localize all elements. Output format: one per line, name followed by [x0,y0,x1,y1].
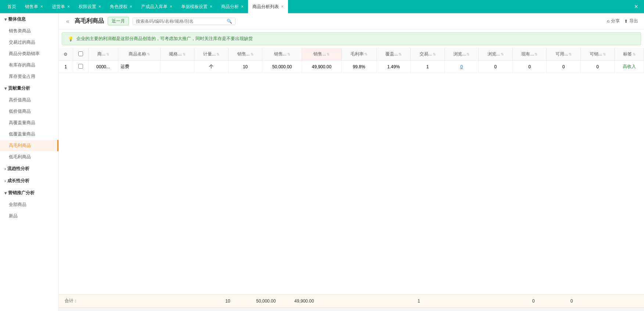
sort-icon: ⇅ [433,52,436,56]
footer-stock-avail: 0 [557,299,586,304]
sort-icon: ⇅ [569,52,572,56]
col-tag[interactable]: 标签 ⇅ [615,48,644,61]
sidebar-item-all-goods[interactable]: 全部商品 [0,199,58,210]
sidebar-item-low-value[interactable]: 低价值商品 [0,106,58,117]
filter-recent-month-button[interactable]: 近一月 [108,17,129,25]
row-select-checkbox[interactable] [78,64,83,69]
close-icon[interactable]: × [67,4,70,9]
sidebar-item-stock-goods[interactable]: 有库存的商品 [0,59,58,71]
sidebar-group-overall[interactable]: ▾ 整体信息 [0,13,58,25]
nav-item-home[interactable]: 首页 [3,0,21,13]
collapse-arrow-icon: ▾ [4,17,7,22]
col-stock-avail[interactable]: 可用... ⇅ [547,48,581,61]
close-icon[interactable]: × [130,4,132,9]
sort-icon: ⇅ [535,52,537,56]
nav-item-sales[interactable]: 销售单 × [21,0,47,13]
collapse-arrow-right-icon: › [4,178,6,184]
col-coverage[interactable]: 覆盖... ⇅ [377,48,411,61]
col-code[interactable]: 商... ⇅ [88,48,118,61]
col-sales-qty[interactable]: 销售... ⇅ [228,48,262,61]
table-row: 1 0000... 运费 个 10 50,000.00 49,900.00 99… [59,61,644,73]
col-spec[interactable]: 规格... ⇅ [160,48,194,61]
sort-icon: ⇅ [106,52,109,56]
cell-coverage: 1.49% [377,61,411,73]
sidebar-item-high-margin[interactable]: 高毛利商品 [0,140,58,151]
col-name[interactable]: 商品名称 ⇅ [118,48,160,61]
nav-item-template[interactable]: 单据模板设置 × [177,0,217,13]
col-trade[interactable]: 交易... ⇅ [411,48,445,61]
footer-row: 合计： 10 50,000.00 49,900.00 1 0 0 [59,294,644,307]
footer-trade: 1 [404,299,433,304]
cell-trade: 1 [411,61,445,73]
cell-margin-rate: 99.8% [341,61,377,73]
cell-stock-sell: 0 [580,61,615,73]
export-button[interactable]: ⬆ 导出 [624,18,638,24]
close-icon[interactable]: × [210,4,212,9]
select-all-checkbox[interactable] [78,51,83,56]
close-icon[interactable]: × [241,4,244,9]
sidebar-item-high-coverage[interactable]: 高覆盖量商品 [0,117,58,129]
sort-icon: ⇅ [501,52,504,56]
col-stock-cur[interactable]: 现有... ⇅ [512,48,547,61]
search-input[interactable] [136,19,227,24]
cell-sales-amount: 50,000.00 [262,61,302,73]
col-settings[interactable]: ⚙ [59,48,73,61]
settings-icon: ⚙ [64,52,68,57]
sidebar-item-low-coverage[interactable]: 低覆盖量商品 [0,129,58,140]
footer-sales-profit: 49,900.00 [289,299,319,304]
collapse-arrow-right-icon: › [4,166,6,171]
nav-item-product-analysis-list[interactable]: 商品分析列表 × [248,0,288,13]
cell-browse1[interactable]: 0 [445,61,479,73]
sort-icon: ⇅ [399,52,402,56]
cell-browse2: 0 [479,61,513,73]
footer-label: 合计： [65,298,78,304]
sort-icon: ⇅ [603,52,606,56]
alert-banner: 💡 企业的主要的利润都是这部分商品创造的，可考虑加大推广，同时关注库存是不要出现… [62,32,641,45]
col-browse2[interactable]: 浏览... ⇅ [479,48,513,61]
content-header: « 高毛利商品 近一月 🔍 ⎋ 分享 ⬆ 导出 [59,13,644,29]
sort-icon: ⇅ [147,52,150,56]
col-browse1[interactable]: 浏览... ⇅ [445,48,479,61]
close-icon[interactable]: × [281,4,284,9]
cell-name: 运费 [118,61,160,73]
collapse-sidebar-button[interactable]: « [65,18,71,25]
nav-item-role[interactable]: 角色授权 × [105,0,137,13]
col-checkbox[interactable] [73,48,88,61]
bottom-scrollbar[interactable] [59,307,644,311]
sidebar-item-category-rate[interactable]: 商品分类助销率 [0,48,58,59]
close-icon[interactable]: × [98,4,101,9]
col-stock-sell[interactable]: 可销... ⇅ [580,48,615,61]
top-nav: 首页 销售单 × 进货单 × 权限设置 × 角色授权 × 产成品入库单 × 单据… [0,0,644,13]
sidebar: ▾ 整体信息 销售类商品 交易过的商品 商品分类助销率 有库存的商品 库存资金占… [0,13,59,311]
sort-icon: ⇅ [467,52,469,56]
nav-item-permission[interactable]: 权限设置 × [74,0,105,13]
sidebar-item-stock-capital[interactable]: 库存资金占用 [0,71,58,82]
col-sales-profit[interactable]: 销售... ⇅ [302,48,342,61]
sidebar-group-contribution[interactable]: ▾ 贡献量分析 [0,82,58,94]
sidebar-item-low-margin[interactable]: 低毛利商品 [0,151,58,163]
col-sales-amount[interactable]: 销售... ⇅ [262,48,302,61]
nav-item-product-stock[interactable]: 产成品入库单 × [137,0,177,13]
nav-item-product-analysis[interactable]: 商品分析 × [217,0,248,13]
nav-item-purchase[interactable]: 进货单 × [47,0,74,13]
sidebar-item-traded-goods[interactable]: 交易过的商品 [0,37,58,48]
sidebar-group-growth[interactable]: › 成长性分析 [0,175,58,187]
row-checkbox[interactable] [73,61,88,73]
cell-unit: 个 [194,61,229,73]
search-icon[interactable]: 🔍 [227,19,232,24]
window-close-button[interactable]: × [631,3,641,11]
close-icon[interactable]: × [40,4,43,9]
share-button[interactable]: ⎋ 分享 [607,18,620,24]
sidebar-item-sales-goods[interactable]: 销售类商品 [0,25,58,37]
sort-icon: ⇅ [327,52,330,56]
lightbulb-icon: 💡 [68,36,73,41]
share-icon: ⎋ [607,19,609,24]
close-icon[interactable]: × [170,4,172,9]
sidebar-group-marketing[interactable]: ▾ 营销推广分析 [0,187,58,199]
export-icon: ⬆ [624,19,628,24]
sidebar-item-high-value[interactable]: 高价值商品 [0,94,58,106]
col-unit[interactable]: 计量... ⇅ [194,48,229,61]
col-margin-rate[interactable]: 毛利率 ⇅ [341,48,377,61]
sidebar-group-trend[interactable]: › 流趋性分析 [0,163,58,175]
sidebar-item-new-goods[interactable]: 新品 [0,210,58,222]
